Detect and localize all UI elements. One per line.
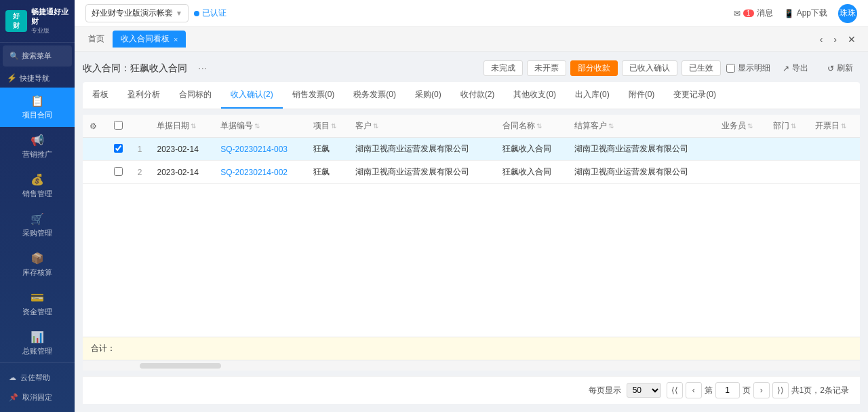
inner-tab-3[interactable]: 收入确认(2) (221, 82, 283, 109)
show-detail-input[interactable] (726, 64, 735, 73)
col-settlement-customer[interactable]: 结算客户⇅ (568, 115, 715, 138)
inner-tab-11[interactable]: 变更记录(0) (664, 82, 726, 109)
export-icon: ↗ (783, 64, 789, 73)
inner-tab-5[interactable]: 税务发票(0) (344, 82, 406, 109)
certified-label: 已认证 (202, 7, 226, 19)
refresh-button[interactable]: ↺ 刷新 (821, 60, 860, 77)
cell-salesperson-0 (715, 138, 766, 161)
inner-tab-2[interactable]: 合同标的 (170, 82, 221, 109)
show-detail-checkbox[interactable]: 显示明细 (726, 62, 770, 74)
cell-checkbox-0[interactable] (107, 138, 130, 161)
sidebar-item-5[interactable]: 💳 资金管理 (0, 284, 75, 324)
col-num (130, 115, 151, 138)
user-avatar[interactable]: 珠珠 (838, 4, 857, 23)
sidebar-icon-2: 💰 (31, 173, 44, 186)
inner-tab-6[interactable]: 采购(0) (406, 82, 451, 109)
logo-text: 畅捷通好业财 (31, 7, 69, 26)
cell-checkbox-1[interactable] (107, 161, 130, 184)
message-button[interactable]: ✉ 1 消息 (734, 7, 773, 19)
table-row[interactable]: 1 2023-02-14 SQ-20230214-003 狂飙 湖南卫视商业运营… (83, 138, 860, 161)
table-row[interactable]: 2 2023-02-14 SQ-20230214-002 狂飙 湖南卫视商业运营… (83, 161, 860, 184)
status-btn-3[interactable]: 已收入确认 (622, 60, 677, 76)
cell-date-0: 2023-02-14 (150, 138, 214, 161)
sidebar-item-6[interactable]: 📊 总账管理 (0, 324, 75, 362)
status-btn-0[interactable]: 未完成 (484, 60, 523, 76)
inner-tab-4[interactable]: 销售发票(0) (283, 82, 344, 109)
company-selector[interactable]: 好业财专业版演示帐套 ▼ (85, 4, 189, 22)
sidebar-item-4[interactable]: 📦 库存核算 (0, 245, 75, 284)
col-customer[interactable]: 客户⇅ (349, 115, 496, 138)
page-next-button[interactable]: › (753, 382, 770, 398)
col-department[interactable]: 部门⇅ (766, 115, 808, 138)
sidebar-icon-1: 📢 (31, 134, 44, 147)
cell-billno-0[interactable]: SQ-20230214-003 (214, 138, 307, 161)
page-label: 第 (705, 385, 713, 396)
sidebar-search[interactable]: 🔍 搜索菜单 (3, 45, 72, 67)
col-bill-date[interactable]: 单据日期⇅ (150, 115, 214, 138)
cell-billno-1[interactable]: SQ-20230214-002 (214, 161, 307, 184)
page-first-button[interactable]: ⟨⟨ (667, 382, 683, 398)
per-page-label: 每页显示 (589, 385, 621, 396)
page-input[interactable] (715, 382, 740, 398)
sidebar-icon-6: 📊 (31, 331, 44, 343)
page-size-select[interactable]: 50 20 100 (627, 383, 661, 398)
total-info: 共1页，2条记录 (791, 385, 849, 396)
page-unit: 页 (743, 385, 751, 396)
sidebar-label-4: 库存核算 (22, 267, 52, 278)
page-last-button[interactable]: ⟩⟩ (772, 382, 789, 398)
tab-prev-button[interactable]: ‹ (816, 33, 827, 46)
status-btn-2[interactable]: 部分收款 (570, 60, 618, 76)
bill-no-link-1[interactable]: SQ-20230214-002 (220, 168, 288, 177)
inner-tab-9[interactable]: 出入库(0) (566, 82, 619, 109)
col-bill-no[interactable]: 单据编号⇅ (214, 115, 307, 138)
sidebar: 好财 畅捷通好业财 专业版 🔍 搜索菜单 ⚡ 快捷导航 📋 项目合同📢 营销推广… (0, 0, 75, 412)
col-salesperson[interactable]: 业务员⇅ (715, 115, 766, 138)
inner-tab-0[interactable]: 看板 (83, 82, 118, 109)
inner-tab-7[interactable]: 收付款(2) (451, 82, 505, 109)
export-button[interactable]: ↗ 导出 (776, 60, 815, 77)
page-content: 收入合同：狂飙收入合同 ··· 未完成未开票部分收款已收入确认已生效 显示明细 … (75, 52, 868, 412)
active-tab[interactable]: 收入合同看板 × (113, 31, 186, 48)
scroll-bar-area[interactable] (83, 360, 860, 371)
sidebar-item-1[interactable]: 📢 营销推广 (0, 127, 75, 166)
scroll-thumb[interactable] (140, 363, 221, 369)
message-label: 消息 (757, 7, 773, 19)
col-project[interactable]: 项目⇅ (307, 115, 349, 138)
sidebar-item-2[interactable]: 💰 销售管理 (0, 166, 75, 206)
cell-department-1 (766, 161, 808, 184)
tab-nav: ‹ › ✕ (816, 33, 860, 46)
export-label: 导出 (792, 62, 808, 74)
bill-no-link-0[interactable]: SQ-20230214-003 (220, 145, 288, 154)
col-bill-date2[interactable]: 开票日⇅ (808, 115, 860, 138)
sidebar-bottom-item-1[interactable]: 📌 取消固定 (3, 388, 71, 407)
select-all-checkbox[interactable] (114, 121, 123, 130)
quick-nav[interactable]: ⚡ 快捷导航 (0, 69, 75, 88)
status-btn-4[interactable]: 已生效 (682, 60, 721, 76)
col-contract-name[interactable]: 合同名称⇅ (496, 115, 568, 138)
refresh-label: 刷新 (837, 62, 853, 74)
inner-tab-10[interactable]: 附件(0) (619, 82, 665, 109)
sidebar-icon-5: 💳 (31, 291, 44, 304)
tab-close-button[interactable]: × (174, 35, 178, 43)
sidebar-item-3[interactable]: 🛒 采购管理 (0, 206, 75, 245)
tab-next-button[interactable]: › (829, 33, 841, 46)
sidebar-item-0[interactable]: 📋 项目合同 (0, 88, 75, 127)
tab-home[interactable]: 首页 (83, 31, 110, 48)
sidebar-logo: 好财 畅捷通好业财 专业版 (0, 0, 75, 43)
cell-customer-1: 湖南卫视商业运营发展有限公司 (349, 161, 496, 184)
status-btn-1[interactable]: 未开票 (527, 60, 566, 76)
inner-tab-1[interactable]: 盈利分析 (118, 82, 170, 109)
sidebar-bottom-item-0[interactable]: ☁ 云佐帮助 (3, 369, 71, 387)
top-header-left: 好业财专业版演示帐套 ▼ 已认证 (85, 4, 226, 22)
settings-icon[interactable]: ⚙ (90, 121, 97, 131)
more-button[interactable]: ··· (198, 62, 207, 75)
app-download-button[interactable]: 📱 App下载 (784, 7, 827, 19)
page-prev-button[interactable]: ‹ (686, 382, 702, 398)
sidebar-label-1: 营销推广 (22, 149, 52, 160)
tab-close-all-button[interactable]: ✕ (844, 33, 860, 46)
inner-tab-8[interactable]: 其他收支(0) (504, 82, 566, 109)
col-settings[interactable]: ⚙ (83, 115, 107, 138)
company-dropdown-icon: ▼ (176, 10, 182, 17)
sidebar-label-5: 资金管理 (22, 307, 52, 317)
search-label: 搜索菜单 (22, 51, 52, 61)
